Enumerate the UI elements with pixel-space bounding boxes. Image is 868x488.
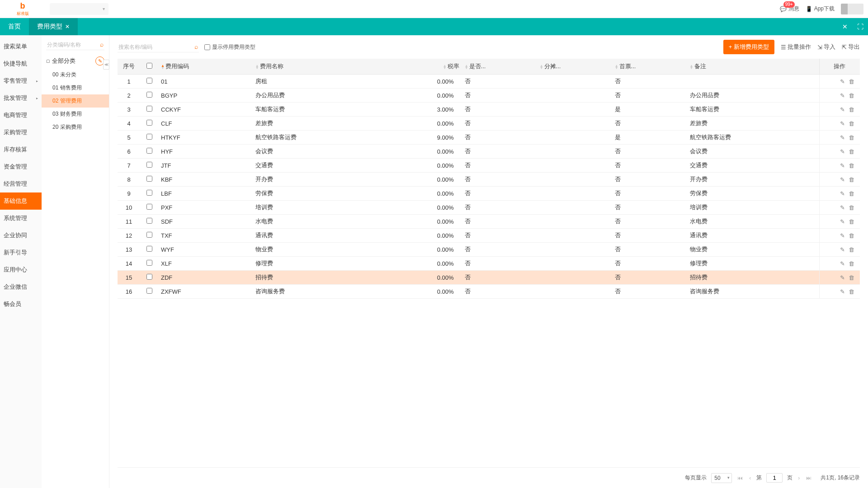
sidebar-item-9[interactable]: 基础信息: [0, 192, 42, 210]
batch-action-button[interactable]: ☰批量操作: [781, 43, 811, 51]
sidebar-item-3[interactable]: 批发管理▸: [0, 89, 42, 107]
edit-icon[interactable]: ✎: [840, 120, 845, 127]
search-icon[interactable]: ⌕: [194, 43, 198, 50]
search-icon[interactable]: ⌕: [100, 41, 104, 48]
edit-icon[interactable]: ✎: [840, 204, 845, 211]
sidebar-item-13[interactable]: 应用中心: [0, 261, 42, 278]
col-rate[interactable]: ▲▼税率: [384, 59, 462, 75]
category-item-3[interactable]: 03 财务费用: [42, 108, 109, 121]
delete-icon[interactable]: 🗑: [849, 274, 854, 281]
row-checkbox[interactable]: [146, 176, 152, 182]
delete-icon[interactable]: 🗑: [849, 134, 854, 141]
table-row[interactable]: 4CLF差旅费0.00%否否差旅费✎🗑: [118, 117, 860, 131]
edit-icon[interactable]: ✎: [840, 106, 845, 113]
page-input[interactable]: [766, 473, 783, 483]
table-row[interactable]: 10PXF培训费0.00%否否培训费✎🗑: [118, 201, 860, 215]
edit-icon[interactable]: ✎: [840, 162, 845, 169]
category-item-0[interactable]: 00 未分类: [42, 68, 109, 81]
row-checkbox[interactable]: [146, 92, 152, 98]
edit-icon[interactable]: ✎: [840, 274, 845, 281]
row-checkbox[interactable]: [146, 190, 152, 196]
tab-expense-type[interactable]: 费用类型 ✕: [29, 18, 78, 35]
edit-icon[interactable]: ✎: [840, 92, 845, 99]
table-row[interactable]: 11SDF水电费0.00%否否水电费✎🗑: [118, 215, 860, 229]
delete-icon[interactable]: 🗑: [849, 78, 854, 85]
row-checkbox[interactable]: [146, 78, 152, 84]
row-checkbox[interactable]: [146, 204, 152, 210]
table-row[interactable]: 3CCKYF车船客运费3.00%否是车船客运费✎🗑: [118, 103, 860, 117]
col-share[interactable]: ▲▼分摊...: [537, 59, 612, 75]
select-all-checkbox[interactable]: [146, 63, 152, 69]
table-row[interactable]: 7JTF交通费0.00%否否交通费✎🗑: [118, 159, 860, 173]
sidebar-item-6[interactable]: 库存核算: [0, 141, 42, 158]
fullscreen-icon[interactable]: ⛶: [853, 23, 868, 30]
avatar[interactable]: [841, 4, 863, 14]
col-code[interactable]: ▲▼费用编码: [158, 59, 253, 75]
delete-icon[interactable]: 🗑: [849, 120, 854, 127]
row-checkbox[interactable]: [146, 120, 152, 126]
delete-icon[interactable]: 🗑: [849, 288, 854, 295]
delete-icon[interactable]: 🗑: [849, 204, 854, 211]
table-row[interactable]: 5HTKYF航空铁路客运费9.00%否是航空铁路客运费✎🗑: [118, 131, 860, 145]
company-dropdown[interactable]: ▾: [50, 3, 108, 15]
row-checkbox[interactable]: [146, 232, 152, 238]
delete-icon[interactable]: 🗑: [849, 92, 854, 99]
sidebar-item-2[interactable]: 零售管理▸: [0, 72, 42, 89]
delete-icon[interactable]: 🗑: [849, 190, 854, 197]
export-button[interactable]: ⇱导出: [842, 43, 860, 51]
new-expense-type-button[interactable]: + 新增费用类型: [723, 40, 774, 54]
sidebar-item-12[interactable]: 新手引导: [0, 244, 42, 261]
delete-icon[interactable]: 🗑: [849, 246, 854, 253]
row-checkbox[interactable]: [146, 162, 152, 168]
sidebar-item-14[interactable]: 企业微信: [0, 278, 42, 296]
row-checkbox[interactable]: [146, 274, 152, 280]
edit-icon[interactable]: ✎: [840, 148, 845, 155]
sidebar-item-10[interactable]: 系统管理: [0, 210, 42, 227]
delete-icon[interactable]: 🗑: [849, 148, 854, 155]
next-page-button[interactable]: ›: [797, 475, 801, 481]
edit-icon[interactable]: ✎: [840, 78, 845, 85]
tab-home[interactable]: 首页: [0, 18, 29, 35]
delete-icon[interactable]: 🗑: [849, 218, 854, 225]
table-row[interactable]: 8KBF开办费0.00%否否开办费✎🗑: [118, 173, 860, 187]
table-row[interactable]: 16ZXFWF咨询服务费0.00%否否咨询服务费✎🗑: [118, 285, 860, 299]
delete-icon[interactable]: 🗑: [849, 260, 854, 267]
sidebar-item-4[interactable]: 电商管理: [0, 107, 42, 124]
table-row[interactable]: 13WYF物业费0.00%否否物业费✎🗑: [118, 243, 860, 257]
row-checkbox[interactable]: [146, 148, 152, 154]
sidebar-item-7[interactable]: 资金管理: [0, 158, 42, 175]
col-isx[interactable]: ▲▼是否...: [462, 59, 537, 75]
col-first[interactable]: ▲▼首票...: [612, 59, 687, 75]
table-row[interactable]: 9LBF劳保费0.00%否否劳保费✎🗑: [118, 187, 860, 201]
messages-button[interactable]: 💬 99+ 消息: [780, 5, 799, 13]
app-download-button[interactable]: 📱 App下载: [806, 5, 835, 13]
row-checkbox[interactable]: [146, 106, 152, 112]
category-search-input[interactable]: [46, 40, 104, 50]
col-seq[interactable]: 序号: [123, 63, 135, 70]
sidebar-item-5[interactable]: 采购管理: [0, 124, 42, 141]
row-checkbox[interactable]: [146, 218, 152, 224]
sidebar-item-0[interactable]: 搜索菜单: [0, 38, 42, 55]
show-disabled-input[interactable]: [204, 44, 210, 50]
category-item-2[interactable]: 02 管理费用: [42, 94, 109, 108]
delete-icon[interactable]: 🗑: [849, 162, 854, 169]
last-page-button[interactable]: ⏭: [805, 475, 812, 481]
table-row[interactable]: 12TXF通讯费0.00%否否通讯费✎🗑: [118, 229, 860, 243]
import-button[interactable]: ⇲导入: [817, 43, 835, 51]
category-item-4[interactable]: 20 采购费用: [42, 121, 109, 134]
sidebar-item-15[interactable]: 畅会员: [0, 296, 42, 313]
page-size-select[interactable]: 50 ▾: [711, 473, 732, 483]
col-remark[interactable]: ▲▼备注: [687, 59, 819, 75]
prev-page-button[interactable]: ‹: [748, 475, 752, 481]
table-row[interactable]: 15ZDF招待费0.00%否否招待费✎🗑: [118, 271, 860, 285]
delete-icon[interactable]: 🗑: [849, 106, 854, 113]
edit-icon[interactable]: ✎: [840, 190, 845, 197]
edit-icon[interactable]: ✎: [840, 260, 845, 267]
row-checkbox[interactable]: [146, 260, 152, 266]
show-disabled-checkbox[interactable]: 显示停用费用类型: [204, 43, 255, 51]
tab-close-all-icon[interactable]: ✕: [837, 23, 853, 30]
col-name[interactable]: ▲▼费用名称: [253, 59, 384, 75]
edit-icon[interactable]: ✎: [840, 232, 845, 239]
table-row[interactable]: 14XLF修理费0.00%否否修理费✎🗑: [118, 257, 860, 271]
delete-icon[interactable]: 🗑: [849, 176, 854, 183]
